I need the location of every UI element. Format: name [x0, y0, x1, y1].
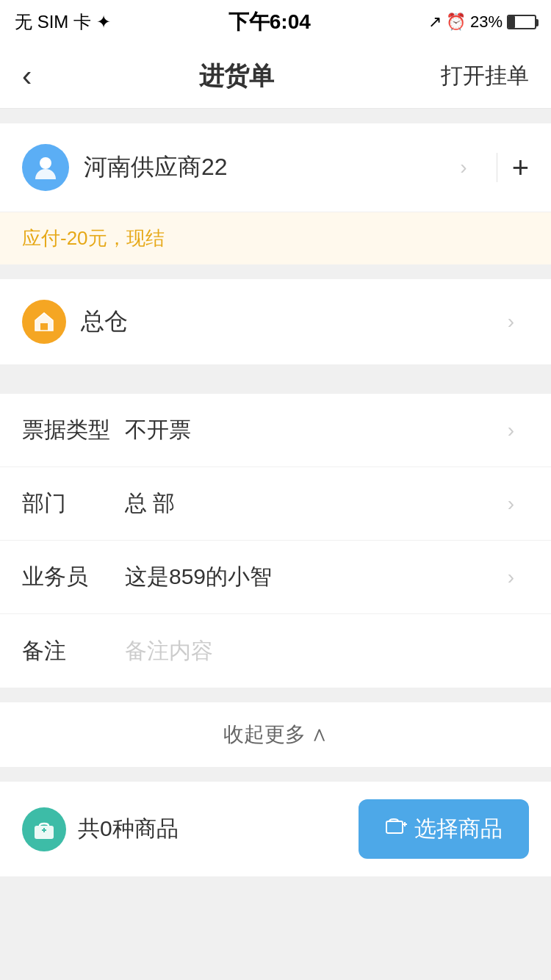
invoice-type-chevron: ›: [508, 419, 514, 442]
add-supplier-button[interactable]: +: [512, 151, 529, 184]
top-divider: [0, 109, 551, 123]
invoice-type-label: 票据类型: [22, 415, 110, 445]
mid-divider-2: [0, 364, 551, 379]
alarm-icon: ⏰: [446, 12, 466, 32]
location-icon: ↗: [428, 12, 442, 32]
warehouse-chevron-icon: ›: [508, 310, 514, 334]
invoice-type-row[interactable]: 票据类型 不开票 ›: [0, 394, 551, 467]
department-label: 部门: [22, 489, 110, 519]
svg-rect-1: [40, 323, 48, 331]
svg-rect-5: [386, 821, 403, 833]
warehouse-row[interactable]: 总仓 ›: [0, 279, 551, 364]
salesperson-chevron: ›: [508, 566, 514, 589]
page-title: 进货单: [199, 60, 274, 93]
invoice-type-value: 不开票: [125, 415, 508, 445]
remark-label: 备注: [22, 636, 110, 666]
warehouse-section[interactable]: 总仓 ›: [0, 279, 551, 364]
supplier-chevron-icon: ›: [460, 156, 467, 179]
goods-count-text: 共0种商品: [78, 814, 179, 844]
shopping-bag-icon: [32, 817, 57, 842]
warehouse-icon: [32, 310, 56, 334]
svg-point-0: [40, 157, 51, 169]
status-time: 下午6:04: [228, 8, 311, 36]
remark-row[interactable]: 备注 备注内容: [0, 614, 551, 688]
salesperson-value: 这是859的小智: [125, 562, 508, 592]
battery-label: 23%: [470, 12, 503, 32]
supplier-avatar: [22, 144, 69, 191]
supplier-name: 河南供应商22: [84, 151, 460, 184]
status-right: ↗ ⏰ 23%: [428, 12, 536, 32]
sim-wifi-label: 无 SIM 卡 ✦: [15, 10, 111, 34]
nav-bar: ‹ 进货单 打开挂单: [0, 44, 551, 109]
form-section: 票据类型 不开票 › 部门 总 部 › 业务员 这是859的小智 › 备注 备注…: [0, 394, 551, 688]
page-background: [0, 876, 551, 980]
department-value: 总 部: [125, 489, 508, 519]
remark-placeholder: 备注内容: [125, 636, 529, 666]
warehouse-icon-wrap: [22, 300, 66, 344]
status-bar: 无 SIM 卡 ✦ 下午6:04 ↗ ⏰ 23%: [0, 0, 551, 44]
select-goods-button[interactable]: 选择商品: [359, 799, 529, 859]
goods-icon-wrap: [22, 807, 66, 851]
bottom-bar: 共0种商品 选择商品: [0, 782, 551, 876]
salesperson-row[interactable]: 业务员 这是859的小智 ›: [0, 541, 551, 614]
salesperson-label: 业务员: [22, 562, 110, 592]
mid-divider-1: [0, 264, 551, 279]
status-left: 无 SIM 卡 ✦: [15, 10, 111, 34]
supplier-notice: 应付-20元，现结: [0, 212, 551, 264]
warehouse-name: 总仓: [81, 306, 508, 338]
supplier-section: 河南供应商22 › + 应付-20元，现结: [0, 123, 551, 264]
select-goods-label: 选择商品: [414, 814, 503, 844]
supplier-divider: [497, 153, 497, 182]
back-button[interactable]: ‹: [22, 60, 32, 93]
supplier-row[interactable]: 河南供应商22 › +: [0, 123, 551, 212]
collapse-button[interactable]: 收起更多 ∧: [0, 702, 551, 767]
battery-icon: [507, 15, 536, 29]
goods-count-area: 共0种商品: [22, 807, 179, 851]
department-row[interactable]: 部门 总 部 ›: [0, 467, 551, 541]
open-pending-button[interactable]: 打开挂单: [441, 61, 529, 91]
select-goods-icon: [385, 815, 407, 843]
person-icon: [32, 154, 59, 181]
department-chevron: ›: [508, 492, 514, 516]
